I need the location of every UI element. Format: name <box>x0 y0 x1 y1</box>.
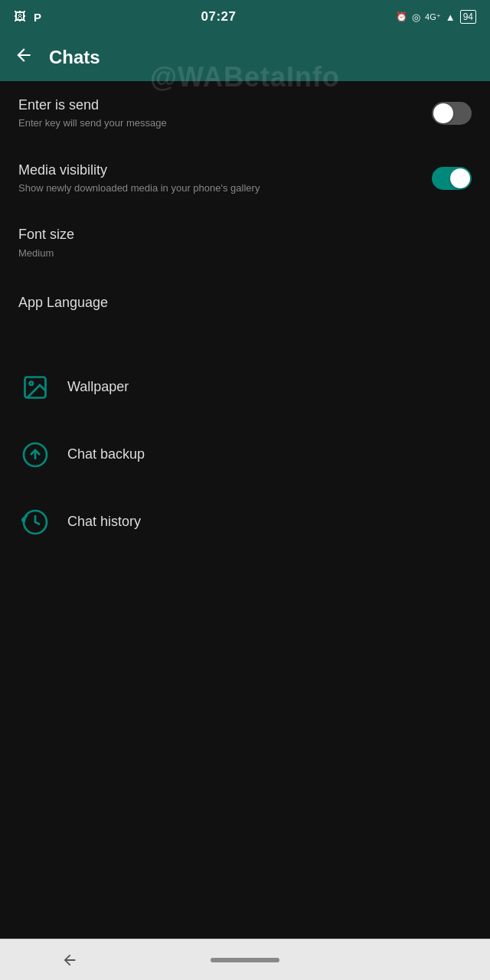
wifi-icon: ◎ <box>412 11 420 23</box>
nav-pill <box>211 958 279 962</box>
wallpaper-label: Wallpaper <box>67 379 129 395</box>
media-visibility-left: Media visibility Show newly downloaded m… <box>18 162 432 196</box>
media-visibility-item[interactable]: Media visibility Show newly downloaded m… <box>0 146 490 211</box>
app-language-item[interactable]: App Language <box>0 276 490 331</box>
spacer-1 <box>0 331 490 354</box>
wallpaper-item[interactable]: Wallpaper <box>0 354 490 421</box>
font-size-item[interactable]: Font size Medium <box>0 211 490 276</box>
nav-back-button[interactable] <box>61 952 78 969</box>
media-visibility-label: Media visibility <box>18 162 432 179</box>
media-visibility-toggle-container[interactable] <box>432 167 472 190</box>
enter-is-send-toggle-thumb <box>433 103 453 123</box>
enter-is-send-toggle[interactable] <box>432 102 472 125</box>
chat-backup-item[interactable]: Chat backup <box>0 421 490 488</box>
signal-icon: ▲ <box>446 11 456 23</box>
status-bar-time: 07:27 <box>201 9 237 24</box>
status-bar-right: ⏰ ◎ 4G⁺ ▲ 94 <box>396 10 476 24</box>
app-language-label: App Language <box>18 294 472 312</box>
enter-is-send-item[interactable]: Enter is send Enter key will send your m… <box>0 81 490 146</box>
enter-is-send-left: Enter is send Enter key will send your m… <box>18 96 432 131</box>
app-bar: Chats <box>0 34 490 81</box>
chat-history-icon <box>18 505 52 539</box>
chat-history-item[interactable]: Chat history <box>0 488 490 556</box>
enter-is-send-label: Enter is send <box>18 96 432 114</box>
chat-backup-icon <box>18 438 52 472</box>
photo-icon: 🖼 <box>14 10 26 24</box>
settings-content: Enter is send Enter key will send your m… <box>0 81 490 939</box>
p-icon: P <box>34 11 41 24</box>
battery-icon: 94 <box>460 10 476 24</box>
media-visibility-toggle[interactable] <box>432 167 472 190</box>
font-size-value: Medium <box>18 247 355 260</box>
status-bar-left: 🖼 P <box>14 10 41 24</box>
font-size-left: Font size Medium <box>18 226 472 260</box>
media-visibility-desc: Show newly downloaded media in your phon… <box>18 181 355 195</box>
enter-is-send-desc: Enter key will send your message <box>18 116 355 130</box>
alarm-icon: ⏰ <box>396 11 407 22</box>
navigation-bar <box>0 939 490 980</box>
app-language-left: App Language <box>18 294 472 312</box>
media-visibility-toggle-thumb <box>450 168 470 188</box>
enter-is-send-toggle-container[interactable] <box>432 102 472 125</box>
network-icon: 4G⁺ <box>425 12 441 22</box>
font-size-label: Font size <box>18 226 472 243</box>
svg-point-1 <box>30 381 34 385</box>
chat-history-label: Chat history <box>67 514 141 530</box>
chat-backup-label: Chat backup <box>67 446 145 462</box>
wallpaper-icon <box>18 371 52 404</box>
back-button[interactable] <box>14 45 34 70</box>
status-bar: 🖼 P 07:27 ⏰ ◎ 4G⁺ ▲ 94 <box>0 0 490 34</box>
page-title: Chats <box>49 47 100 68</box>
